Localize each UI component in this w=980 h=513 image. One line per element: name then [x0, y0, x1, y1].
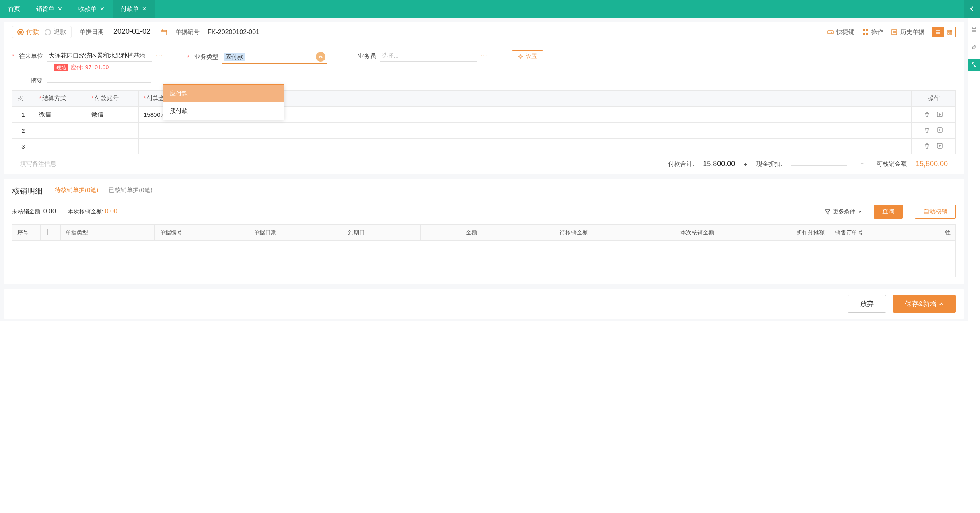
svg-rect-5 — [863, 29, 865, 31]
svg-rect-1 — [973, 27, 975, 29]
svg-rect-6 — [866, 29, 868, 31]
doc-no: FK-20200102-001 — [208, 29, 259, 36]
subtab-done[interactable]: 已核销单据(0笔) — [109, 186, 152, 197]
svg-rect-7 — [863, 33, 865, 35]
payment-table: 结算方式 付款账号 付款金额 备注 操作 1微信微信15800.00 2 3 — [12, 90, 956, 154]
radio-pay[interactable]: 付款 — [17, 28, 39, 36]
discount-input[interactable] — [791, 162, 847, 166]
col-date: 单据日期 — [249, 225, 343, 241]
svg-rect-8 — [866, 33, 868, 35]
col-due: 到期日 — [343, 225, 420, 241]
col-this: 本次核销金额 — [593, 225, 719, 241]
more-icon[interactable]: ··· — [156, 53, 163, 59]
cancel-button[interactable]: 放弃 — [848, 295, 886, 313]
query-button[interactable]: 查询 — [874, 205, 903, 219]
col-disc: 折扣分摊额 — [719, 225, 830, 241]
total-label: 付款合计: — [668, 160, 694, 168]
shortcut-button[interactable]: 快捷键 — [827, 28, 854, 36]
partner-input[interactable]: 大连花园口经济区景和水果种植基地 — [47, 50, 152, 62]
date-label: 单据日期 — [80, 28, 104, 36]
svg-point-15 — [20, 98, 21, 99]
tab-home[interactable]: 首页 — [0, 0, 28, 18]
col-type: 单据类型 — [61, 225, 155, 241]
tab-payment[interactable]: 付款单✕ — [113, 0, 155, 18]
unwriteoff: 未核销金额: 0.00 — [12, 208, 56, 215]
operator-select[interactable]: 选择... — [380, 50, 477, 62]
svg-rect-9 — [892, 30, 897, 35]
remark-input[interactable]: 填写备注信息 — [20, 160, 68, 168]
partner-label: 往来单位 — [18, 52, 43, 60]
subtab-pending[interactable]: 待核销单据(0笔) — [55, 186, 98, 197]
auto-writeoff-button[interactable]: 自动核销 — [915, 205, 956, 219]
setting-button[interactable]: 设置 — [512, 50, 543, 62]
dropdown-option[interactable]: 预付款 — [163, 102, 284, 120]
writeoff-table-body — [12, 241, 956, 277]
col-amount: 金额 — [421, 225, 482, 241]
col-seq: 序号 — [12, 225, 41, 241]
printer-icon[interactable] — [968, 23, 980, 35]
date-input[interactable]: 2020-01-02 — [112, 27, 152, 37]
operator-label: 业务员 — [351, 52, 376, 60]
list-view-icon[interactable] — [932, 27, 944, 37]
biz-type-select[interactable]: 应付款 — [222, 50, 327, 64]
col-order: 销售订单号 — [830, 225, 940, 241]
partner-due: 现结应付: 97101.00 — [54, 64, 163, 71]
col-partner: 往 — [940, 225, 956, 241]
save-add-button[interactable]: 保存&新增 — [893, 295, 956, 313]
svg-rect-13 — [950, 33, 952, 34]
biz-type-dropdown: 应付款 预付款 — [163, 84, 284, 120]
summary-row: 填写备注信息 付款合计: 15,800.00 + 现金折扣: = 可核销金额 1… — [12, 154, 956, 174]
view-toggle — [932, 27, 956, 37]
tab-receipt[interactable]: 收款单✕ — [70, 0, 113, 18]
table-row[interactable]: 3 — [12, 139, 956, 154]
col-method: 结算方式 — [34, 91, 86, 107]
close-icon[interactable]: ✕ — [142, 6, 147, 12]
writeoff-value: 15,800.00 — [916, 160, 948, 168]
add-row-icon[interactable] — [937, 111, 944, 118]
biz-type-label: 业务类型 — [194, 53, 218, 61]
add-row-icon[interactable] — [937, 143, 944, 150]
summary-input[interactable] — [47, 79, 151, 83]
svg-point-14 — [520, 56, 521, 57]
history-button[interactable]: 历史单据 — [891, 28, 924, 36]
dropdown-option[interactable]: 应付款 — [163, 85, 284, 102]
section-title: 核销明细 — [12, 186, 43, 197]
doc-header: 付款 退款 单据日期 2020-01-02 单据编号 FK-20200102-0… — [4, 22, 964, 42]
svg-rect-3 — [161, 30, 167, 35]
no-label: 单据编号 — [175, 28, 200, 36]
more-icon[interactable]: ··· — [481, 53, 488, 59]
svg-rect-10 — [948, 30, 949, 32]
top-tabs: 首页 销货单✕ 收款单✕ 付款单✕ — [0, 0, 980, 18]
grid-view-icon[interactable] — [944, 27, 956, 37]
close-icon[interactable]: ✕ — [58, 6, 62, 12]
writeoff-label: 可核销金额 — [877, 160, 907, 168]
total-value: 15,800.00 — [703, 160, 735, 168]
this-writeoff: 本次核销金额: 0.00 — [68, 208, 117, 215]
delete-icon[interactable] — [924, 127, 931, 134]
delete-icon[interactable] — [924, 111, 931, 118]
svg-rect-11 — [950, 30, 952, 32]
delete-icon[interactable] — [924, 143, 931, 150]
table-row[interactable]: 1微信微信15800.00 — [12, 107, 956, 123]
radio-refund[interactable]: 退款 — [45, 28, 66, 36]
calendar-icon[interactable] — [160, 29, 167, 36]
table-row[interactable]: 2 — [12, 123, 956, 139]
doc-type-radio: 付款 退款 — [12, 26, 72, 38]
right-sidebar — [968, 18, 980, 71]
collapse-icon[interactable] — [964, 0, 980, 18]
col-account: 付款账号 — [86, 91, 139, 107]
col-pending: 待核销金额 — [482, 225, 593, 241]
close-icon[interactable]: ✕ — [100, 6, 105, 12]
tab-sales[interactable]: 销货单✕ — [28, 0, 70, 18]
add-row-icon[interactable] — [937, 127, 944, 134]
writeoff-table: 序号 单据类型 单据编号 单据日期 到期日 金额 待核销金额 本次核销金额 折扣… — [12, 224, 956, 241]
expand-icon[interactable] — [968, 59, 980, 71]
col-check[interactable] — [41, 225, 61, 241]
link-icon[interactable] — [968, 41, 980, 53]
ops-button[interactable]: 操作 — [862, 28, 883, 36]
summary-label: 摘要 — [18, 77, 43, 85]
col-no: 单据编号 — [154, 225, 249, 241]
gear-icon[interactable] — [12, 91, 34, 107]
chevron-up-icon[interactable] — [316, 52, 325, 62]
more-filter[interactable]: 更多条件 — [825, 208, 862, 215]
